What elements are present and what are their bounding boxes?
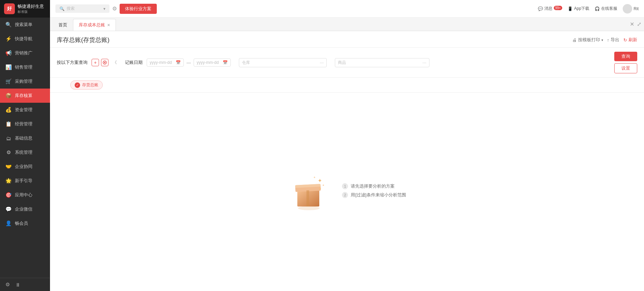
purchase-icon: 🛒 [5,78,11,84]
empty-text: 1 请先选择要分析的方案 2 用[过滤]条件来缩小分析范围 [342,183,406,201]
tab-inventory-cost[interactable]: 库存成本总账 ✕ [73,19,116,31]
tag-icon: ✓ [75,82,80,88]
sidebar-item-basic[interactable]: 🗂 基础信息 [0,131,50,145]
tab-close-panel-icon[interactable]: ✕ [630,21,634,27]
svg-point-9 [319,188,321,190]
filter-add-btn[interactable]: + [92,59,99,66]
newbie-icon: 🌟 [5,178,11,184]
search-bar[interactable]: 🔍 搜索 ▾ [55,4,109,13]
filter-bar: 按以下方案查询 + 《 记账日期 yyyy-mm-dd 📅 — yyyy-mm-… [50,48,644,78]
app-download-btn[interactable]: 📱 App下载 [568,6,589,11]
step2-num: 2 [342,192,348,198]
filter-group: 记账日期 yyyy-mm-dd 📅 — yyyy-mm-dd 📅 仓库 ··· … [125,58,609,67]
phone-icon: 📱 [568,6,573,11]
date-start-input[interactable]: yyyy-mm-dd 📅 [147,58,184,67]
page-header: 库存总账(存货总账) 🖨 按模板打印 ▾ ↑ 导出 ↻ 刷新 [50,31,644,48]
topbar-left: 🔍 搜索 ▾ ⚙ 体验行业方案 [55,4,534,14]
sidebar-bottom: ⚙ ⏸ [0,278,50,291]
svg-text:✦: ✦ [313,176,316,179]
enterprise-icon: 🤝 [5,164,11,170]
app-logo: 好 畅捷通好生意 标准版 [0,0,50,18]
operations-icon: 📋 [5,121,11,127]
sidebar-item-enterprise[interactable]: 🤝 企业协同 [0,160,50,174]
calendar-icon-start: 📅 [176,60,181,65]
member-icon: 👤 [5,220,11,226]
print-btn[interactable]: 🖨 按模板打印 ▾ [572,37,603,43]
sales-icon: 📊 [5,64,11,70]
print-dropdown-icon: ▾ [601,38,603,42]
sidebar-item-member[interactable]: 👤 畅会员 [0,216,50,231]
date-end-input[interactable]: yyyy-mm-dd 📅 [194,58,231,67]
marketing-icon: 📢 [5,50,11,56]
print-icon: 🖨 [572,38,577,43]
filter-reset-btn[interactable] [101,59,108,66]
refresh-btn[interactable]: ↻ 刷新 [623,37,637,43]
page-title: 库存总账(存货总账) [57,36,109,44]
sidebar-menu: 🔍 搜索菜单 ⚡ 快捷导航 📢 营销推广 📊 销售管理 🛒 采购管理 📦 库存核… [0,18,50,278]
tab-close-icon[interactable]: ✕ [107,23,110,27]
finance-icon: 💰 [5,107,11,113]
tab-home[interactable]: 首页 [53,19,73,31]
sidebar-item-sales[interactable]: 📊 销售管理 [0,60,50,74]
refresh-icon: ↻ [623,38,627,43]
empty-box-svg: ✦ ✦ [288,172,328,212]
tab-expand-icon[interactable]: ⤢ [637,21,641,27]
page-actions: 🖨 按模板打印 ▾ ↑ 导出 ↻ 刷新 [572,37,638,43]
apps-icon: 🎯 [5,192,11,198]
wechat-icon: 💬 [5,206,11,212]
sidebar-item-newbie[interactable]: 🌟 新手引导 [0,174,50,188]
filter-label: 按以下方案查询 [57,59,88,66]
sidebar-item-operations[interactable]: 📋 经营管理 [0,117,50,131]
export-btn[interactable]: ↑ 导出 [607,37,620,43]
sidebar-item-purchase[interactable]: 🛒 采购管理 [0,74,50,89]
settings-bottom-icon[interactable]: ⚙ [5,282,10,288]
content-area: 库存总账(存货总账) 🖨 按模板打印 ▾ ↑ 导出 ↻ 刷新 按以下方案查询 [50,31,644,291]
sidebar-item-quick-nav[interactable]: ⚡ 快捷导航 [0,32,50,46]
svg-text:✦: ✦ [318,178,322,184]
sidebar-item-inventory[interactable]: 📦 库存核算 [0,89,50,103]
inventory-icon: 📦 [5,93,11,99]
sidebar-item-system[interactable]: ⚙ 系统管理 [0,145,50,160]
date-separator: — [187,60,191,65]
user-profile[interactable]: Rit [623,4,639,14]
avatar [623,4,632,14]
message-icon: 💬 [538,6,543,11]
export-icon: ↑ [607,38,610,43]
system-icon: ⚙ [5,149,11,155]
audio-icon[interactable]: ⏸ [15,282,20,288]
product-select[interactable]: 商品 ··· [335,58,429,67]
topbar-right: 💬 消息 99+ 📱 App下载 🎧 在线客服 Rit [538,4,639,14]
tabbar: 首页 库存成本总账 ✕ ✕ ⤢ [50,18,644,31]
search-icon-top: 🔍 [59,6,65,11]
settings-icon-topbar[interactable]: ⚙ [112,5,117,12]
sidebar-item-marketing[interactable]: 📢 营销推广 [0,46,50,60]
empty-illustration: ✦ ✦ [288,172,328,212]
online-support-btn[interactable]: 🎧 在线客服 [595,6,617,11]
svg-point-10 [323,185,324,186]
svg-point-1 [298,206,320,210]
headset-icon: 🎧 [595,6,600,11]
sidebar-item-wechat[interactable]: 💬 企业微信 [0,202,50,216]
calendar-icon-end: 📅 [223,60,228,65]
empty-state: ✦ ✦ 1 请先选择要分析的方案 [50,93,644,291]
warehouse-more-icon: ··· [320,60,324,65]
topbar: 🔍 搜索 ▾ ⚙ 体验行业方案 💬 消息 99+ 📱 App下载 🎧 在线客服 [50,0,644,18]
search-btn[interactable]: 查询 [614,52,637,61]
sidebar-item-finance[interactable]: 💰 资金管理 [0,103,50,117]
industry-btn[interactable]: 体验行业方案 [120,4,157,14]
sub-filter-bar: ✓ 存货总账 [50,78,644,93]
filter-collapse-icon[interactable]: 《 [113,59,117,66]
logo-text: 畅捷通好生意 标准版 [18,3,44,14]
reset-icon [103,60,107,65]
sidebar-item-search[interactable]: 🔍 搜索菜单 [0,18,50,32]
filter-tag-inventory[interactable]: ✓ 存货总账 [70,80,103,90]
filter-actions: 查询 设置 [614,52,637,73]
setup-btn[interactable]: 设置 [614,63,637,73]
sidebar: 好 畅捷通好生意 标准版 🔍 搜索菜单 ⚡ 快捷导航 📢 营销推广 📊 销售管理… [0,0,50,291]
messages-btn[interactable]: 💬 消息 99+ [538,6,562,11]
product-more-icon: ··· [422,60,426,65]
sidebar-item-apps[interactable]: 🎯 应用中心 [0,188,50,202]
step1-num: 1 [342,183,348,189]
dropdown-icon: ▾ [103,6,105,11]
warehouse-select[interactable]: 仓库 ··· [239,58,327,67]
